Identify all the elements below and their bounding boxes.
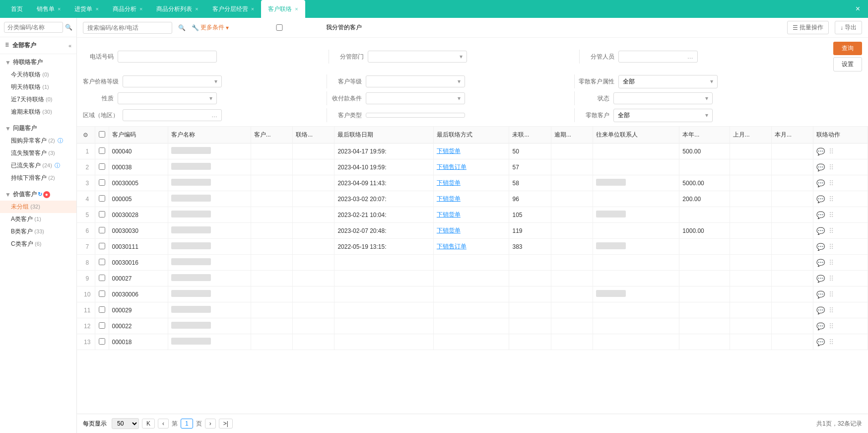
last-page-button[interactable]: >| (219, 419, 233, 429)
cell-checkbox[interactable] (95, 175, 109, 191)
sidebar-item-abnormal[interactable]: 囤购异常客户 (2) ⓘ (0, 135, 76, 147)
qr-icon[interactable]: ⠿ (829, 338, 834, 346)
cell-checkbox[interactable] (95, 144, 109, 159)
more-conditions-button[interactable]: 🔧 更多条件 ▾ (192, 23, 229, 32)
sidebar-all-customers[interactable]: ⠿ 全部客户 « (0, 37, 76, 54)
close-sales-icon[interactable]: × (58, 6, 61, 12)
sidebar-section-value-title[interactable]: ▼ 价值客户 ↻ ● (0, 188, 76, 201)
next-page-button[interactable]: › (205, 419, 216, 429)
cell-checkbox[interactable] (95, 239, 109, 255)
settings-icon[interactable]: ⚙ (83, 132, 88, 139)
nature-select[interactable]: ▾ (118, 92, 217, 104)
cell-checkbox[interactable] (95, 334, 109, 350)
contact-way-link[interactable]: 下销售订单 (437, 243, 467, 250)
message-icon[interactable]: 💬 (816, 259, 825, 267)
message-icon[interactable]: 💬 (816, 290, 825, 298)
row-checkbox[interactable] (99, 163, 105, 170)
cell-checkbox[interactable] (95, 191, 109, 207)
contact-way-link[interactable]: 下销货单 (437, 179, 461, 186)
row-checkbox[interactable] (99, 243, 105, 249)
nav-goods-list[interactable]: 商品分析列表 × (149, 0, 205, 18)
message-icon[interactable]: 💬 (816, 211, 825, 219)
message-icon[interactable]: 💬 (816, 322, 825, 330)
nav-home[interactable]: 首页 (4, 0, 30, 18)
manager-select[interactable]: … (618, 51, 698, 63)
search-input[interactable] (83, 22, 172, 34)
payment-select[interactable]: ▾ (366, 92, 465, 104)
qr-icon[interactable]: ⠿ (829, 275, 834, 283)
message-icon[interactable]: 💬 (816, 243, 825, 251)
message-icon[interactable]: 💬 (816, 227, 825, 235)
sidebar-item-lost[interactable]: 已流失客户 (24) ⓘ (0, 159, 76, 172)
cell-checkbox[interactable] (95, 159, 109, 175)
sidebar-item-a-class[interactable]: A类客户 (1) (0, 213, 76, 225)
scatter-cust-select[interactable]: 全部 ▾ (613, 109, 713, 122)
close-goods-list-icon[interactable]: × (195, 6, 198, 12)
qr-icon[interactable]: ⠿ (829, 227, 834, 235)
cell-checkbox[interactable] (95, 271, 109, 287)
qr-icon[interactable]: ⠿ (829, 163, 834, 171)
sidebar-item-declining[interactable]: 持续下滑客户 (2) (0, 172, 76, 184)
scatter-attr-select[interactable]: 全部 ▾ (618, 75, 718, 88)
sidebar-section-pending-title[interactable]: ▼ 待联络客户 (0, 56, 76, 69)
nav-customer-layer[interactable]: 客户分层经营 × (205, 0, 261, 18)
sidebar-item-overdue[interactable]: 逾期未联络 (30) (0, 106, 76, 118)
contact-way-link[interactable]: 下销货单 (437, 211, 461, 218)
per-page-select[interactable]: 50 100 200 (112, 418, 139, 429)
my-customers-checkbox[interactable]: 我分管的客户 (235, 23, 362, 32)
close-all-button[interactable]: × (852, 4, 864, 13)
price-level-select[interactable]: ▾ (123, 75, 222, 87)
contact-way-link[interactable]: 下销货单 (437, 195, 461, 202)
row-checkbox[interactable] (99, 179, 105, 186)
sidebar-search-input[interactable] (4, 22, 63, 33)
row-checkbox[interactable] (99, 227, 105, 233)
message-icon[interactable]: 💬 (816, 147, 825, 155)
message-icon[interactable]: 💬 (816, 179, 825, 187)
cell-checkbox[interactable] (95, 255, 109, 271)
qr-icon[interactable]: ⠿ (829, 211, 834, 219)
qr-icon[interactable]: ⠿ (829, 179, 834, 187)
nav-customer-contact[interactable]: 客户联络 × (261, 0, 305, 18)
sidebar-item-ungroup[interactable]: 未分组 (32) (0, 201, 76, 213)
sidebar-search-icon[interactable]: 🔍 (65, 24, 72, 31)
sidebar-item-c-class[interactable]: C类客户 (6) (0, 238, 76, 250)
message-icon[interactable]: 💬 (816, 338, 825, 346)
nav-purchase[interactable]: 进货单 × (67, 0, 105, 18)
row-checkbox[interactable] (99, 259, 105, 265)
row-checkbox[interactable] (99, 211, 105, 217)
nav-goods-analysis[interactable]: 商品分析 × (106, 0, 149, 18)
export-button[interactable]: ↓ 导出 (835, 21, 862, 34)
nav-sales[interactable]: 销售单 × (30, 0, 67, 18)
cell-checkbox[interactable] (95, 223, 109, 239)
row-checkbox[interactable] (99, 306, 105, 313)
sidebar-item-b-class[interactable]: B类客户 (33) (0, 225, 76, 238)
customer-level-select[interactable]: ▾ (366, 75, 465, 87)
sidebar-section-problem-title[interactable]: ▼ 问题客户 (0, 122, 76, 135)
cell-checkbox[interactable] (95, 287, 109, 302)
cell-checkbox[interactable] (95, 207, 109, 223)
qr-icon[interactable]: ⠿ (829, 195, 834, 203)
status-select[interactable]: ▾ (613, 92, 713, 104)
row-checkbox[interactable] (99, 338, 105, 345)
reset-button[interactable]: 设置 (833, 57, 862, 72)
my-customers-check[interactable] (235, 24, 324, 31)
dept-select[interactable]: ▾ (368, 51, 467, 63)
query-button[interactable]: 查询 (833, 42, 862, 55)
qr-icon[interactable]: ⠿ (829, 147, 834, 155)
qr-icon[interactable]: ⠿ (829, 322, 834, 330)
collapse-icon[interactable]: « (68, 43, 71, 49)
contact-way-link[interactable]: 下销货单 (437, 147, 461, 154)
prev-page-button[interactable]: ‹ (158, 419, 169, 429)
contact-way-link[interactable]: 下销售订单 (437, 163, 467, 170)
message-icon[interactable]: 💬 (816, 275, 825, 283)
close-customer-layer-icon[interactable]: × (251, 6, 254, 12)
close-goods-analysis-icon[interactable]: × (139, 6, 142, 12)
cell-checkbox[interactable] (95, 318, 109, 334)
contact-way-link[interactable]: 下销货单 (437, 227, 461, 234)
row-checkbox[interactable] (99, 275, 105, 281)
th-checkbox[interactable] (95, 127, 109, 144)
first-page-button[interactable]: K (142, 419, 155, 429)
close-customer-contact-icon[interactable]: × (295, 6, 298, 12)
message-icon[interactable]: 💬 (816, 195, 825, 203)
qr-icon[interactable]: ⠿ (829, 306, 834, 314)
